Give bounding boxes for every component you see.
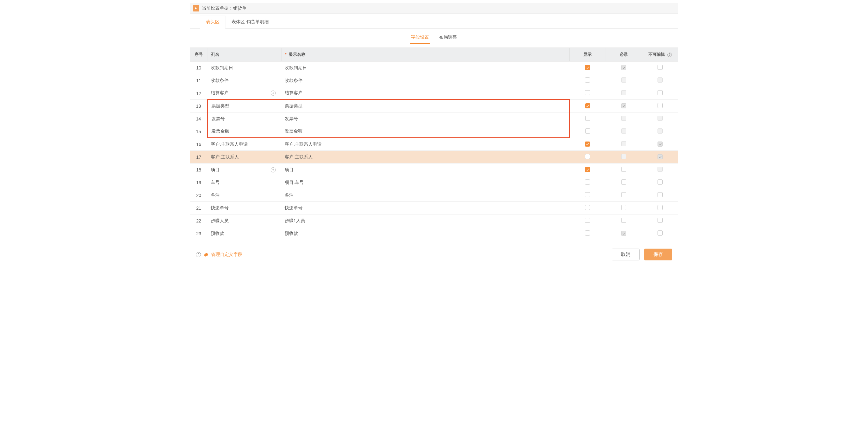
show-checkbox[interactable] bbox=[585, 103, 590, 108]
tab-header-area[interactable]: 表头区 bbox=[200, 16, 225, 29]
subtabs: 字段设置 布局调整 bbox=[190, 32, 678, 44]
name-cell: 发票金额 bbox=[208, 125, 281, 138]
display-name-cell[interactable]: 客户.主联系人电话 bbox=[281, 138, 569, 151]
display-name-cell[interactable]: 结算客户 bbox=[281, 87, 569, 100]
table-row[interactable]: 13票据类型票据类型 bbox=[190, 100, 678, 113]
show-checkbox[interactable] bbox=[585, 192, 590, 197]
column-name-label: 客户.主联系人电话 bbox=[211, 142, 248, 147]
col-name-header: 列名 bbox=[208, 48, 281, 61]
seq-cell: 20 bbox=[190, 189, 208, 202]
table-row[interactable]: 10收款到期日收款到期日 bbox=[190, 61, 678, 74]
column-name-label: 结算客户 bbox=[211, 90, 228, 96]
show-checkbox[interactable] bbox=[585, 78, 590, 83]
noedit-checkbox[interactable] bbox=[657, 205, 662, 210]
required-checkbox bbox=[621, 231, 626, 236]
required-checkbox[interactable] bbox=[621, 205, 626, 210]
noedit-checkbox[interactable] bbox=[657, 230, 662, 235]
subtab-field-settings[interactable]: 字段设置 bbox=[410, 32, 430, 44]
noedit-cell bbox=[642, 138, 678, 151]
display-name-cell[interactable]: 票据类型 bbox=[281, 100, 569, 113]
display-name-cell[interactable]: 发票号 bbox=[281, 113, 569, 125]
show-checkbox[interactable] bbox=[585, 116, 590, 121]
noedit-checkbox[interactable] bbox=[657, 218, 662, 223]
table-row[interactable]: 14发票号发票号 bbox=[190, 113, 678, 125]
show-cell bbox=[569, 87, 606, 100]
cancel-button[interactable]: 取消 bbox=[612, 249, 640, 260]
display-name-cell[interactable]: 备注 bbox=[281, 189, 569, 202]
show-checkbox[interactable] bbox=[585, 205, 590, 210]
required-cell bbox=[606, 189, 642, 202]
seq-cell: 18 bbox=[190, 164, 208, 176]
table-row[interactable]: 11收款条件收款条件 bbox=[190, 74, 678, 87]
show-checkbox[interactable] bbox=[585, 179, 590, 184]
seq-cell: 23 bbox=[190, 227, 208, 240]
plus-circle-icon[interactable]: + bbox=[271, 167, 276, 172]
seq-cell: 16 bbox=[190, 138, 208, 151]
save-button[interactable]: 保存 bbox=[644, 249, 672, 260]
col-noedit-label: 不可编辑 bbox=[648, 52, 665, 57]
required-checkbox[interactable] bbox=[621, 167, 626, 172]
noedit-checkbox bbox=[657, 167, 662, 172]
seq-cell: 12 bbox=[190, 87, 208, 100]
show-checkbox[interactable] bbox=[585, 218, 590, 223]
show-checkbox[interactable] bbox=[585, 90, 590, 95]
display-name-cell[interactable]: 预收款 bbox=[281, 227, 569, 240]
noedit-checkbox[interactable] bbox=[657, 65, 662, 70]
column-name-label: 发票金额 bbox=[211, 128, 229, 134]
required-cell bbox=[606, 138, 642, 151]
required-checkbox bbox=[621, 128, 626, 134]
noedit-checkbox[interactable] bbox=[657, 103, 662, 108]
noedit-checkbox[interactable] bbox=[657, 179, 662, 184]
tab-body-area[interactable]: 表体区-销货单明细 bbox=[225, 16, 275, 28]
show-checkbox[interactable] bbox=[585, 128, 590, 134]
show-checkbox[interactable] bbox=[585, 167, 590, 172]
display-name-cell[interactable]: 客户.主联系人 bbox=[281, 151, 569, 164]
show-cell bbox=[569, 227, 606, 240]
table-row[interactable]: 12结算客户+结算客户 bbox=[190, 87, 678, 100]
table-row[interactable]: 16客户.主联系人电话客户.主联系人电话 bbox=[190, 138, 678, 151]
display-name-cell[interactable]: 快递单号 bbox=[281, 202, 569, 214]
show-checkbox[interactable] bbox=[585, 65, 590, 70]
display-name-cell[interactable]: 项目.车号 bbox=[281, 176, 569, 189]
required-checkbox bbox=[621, 103, 626, 108]
column-name-label: 项目 bbox=[211, 167, 220, 173]
header-bar: 当前设置单据： 销货单 bbox=[190, 3, 678, 14]
table-row[interactable]: 20备注备注 bbox=[190, 189, 678, 202]
name-cell: 预收款 bbox=[208, 227, 281, 240]
plus-circle-icon[interactable]: + bbox=[271, 90, 276, 96]
table-row[interactable]: 21快递单号快递单号 bbox=[190, 202, 678, 214]
display-name-cell[interactable]: 收款到期日 bbox=[281, 61, 569, 74]
table-row[interactable]: 17客户.主联系人客户.主联系人 bbox=[190, 151, 678, 164]
subtab-layout-adjust[interactable]: 布局调整 bbox=[438, 32, 458, 44]
required-checkbox[interactable] bbox=[621, 218, 626, 223]
collapse-icon[interactable] bbox=[193, 5, 199, 11]
required-cell bbox=[606, 74, 642, 87]
table-row[interactable]: 22步骤人员步骤1人员 bbox=[190, 214, 678, 227]
table-row[interactable]: 18项目+项目 bbox=[190, 164, 678, 176]
noedit-checkbox[interactable] bbox=[657, 90, 662, 95]
table-row[interactable]: 15发票金额发票金额 bbox=[190, 125, 678, 138]
table-row[interactable]: 19车号项目.车号 bbox=[190, 176, 678, 189]
noedit-cell bbox=[642, 214, 678, 227]
col-noedit-header: 不可编辑 ? bbox=[642, 48, 678, 61]
required-checkbox[interactable] bbox=[621, 192, 626, 197]
display-name-cell[interactable]: 步骤1人员 bbox=[281, 214, 569, 227]
noedit-cell bbox=[642, 189, 678, 202]
header-doc-name: 销货单 bbox=[233, 5, 246, 11]
display-name-cell[interactable]: 收款条件 bbox=[281, 74, 569, 87]
show-cell bbox=[569, 138, 606, 151]
question-icon[interactable]: ? bbox=[196, 252, 201, 257]
show-checkbox[interactable] bbox=[585, 154, 590, 159]
show-checkbox[interactable] bbox=[585, 230, 590, 235]
table-row[interactable]: 23预收款预收款 bbox=[190, 227, 678, 240]
display-name-cell[interactable]: 发票金额 bbox=[281, 125, 569, 138]
show-cell bbox=[569, 113, 606, 125]
required-checkbox[interactable] bbox=[621, 179, 626, 184]
show-checkbox[interactable] bbox=[585, 142, 590, 147]
noedit-checkbox[interactable] bbox=[657, 192, 662, 197]
help-icon[interactable]: ? bbox=[668, 53, 672, 57]
display-name-cell[interactable]: 项目 bbox=[281, 164, 569, 176]
noedit-cell bbox=[642, 74, 678, 87]
manage-custom-fields-link[interactable]: 管理自定义字段 bbox=[211, 252, 242, 258]
required-cell bbox=[606, 202, 642, 214]
